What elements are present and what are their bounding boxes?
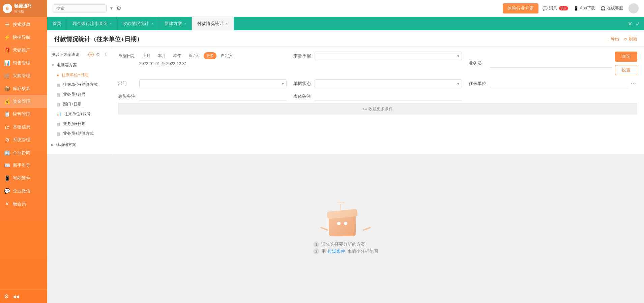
schema-group-desktop: ▼ 电脑端方案 ● 往来单位+日期 ▦ 往来单位+结算方式 ▦ 业务员+账号 <box>47 60 111 139</box>
schema-item-partner-account[interactable]: 📊 往来单位+账号 <box>47 109 111 119</box>
sidebar-item-label: 企业协同 <box>13 150 30 156</box>
tab-payment-close[interactable]: × <box>226 22 228 26</box>
sidebar-item-member[interactable]: V 畅会员 <box>0 198 47 210</box>
date-btn-custom[interactable]: 自定义 <box>218 52 236 60</box>
tab-home-label: 首页 <box>53 21 61 27</box>
sidebar-item-label: 营销推广 <box>13 47 30 53</box>
sidebar-item-marketing[interactable]: 🎁 营销推广 <box>0 44 47 57</box>
sidebar-item-label: 快捷导航 <box>13 34 30 40</box>
quick-nav-icon: ⚡ <box>4 34 10 40</box>
refresh-button[interactable]: ↺ 刷新 <box>623 36 637 42</box>
tab-bank-flow[interactable]: 现金银行流水查询 × <box>67 17 117 30</box>
tab-payment-stats-label: 付款情况统计 <box>197 21 224 27</box>
schema-item-label: 业务员+日期 <box>63 121 86 127</box>
date-filter-group: 单据日期 上月 本月 本年 近7天 更多 自定义 2022-01-0 <box>118 52 287 67</box>
member-icon: V <box>4 202 10 206</box>
settings-button[interactable]: 设置 <box>615 65 637 75</box>
sidebar-item-operation[interactable]: 📋 经营管理 <box>0 108 47 121</box>
tab-payment-stats[interactable]: 付款情况统计 × <box>192 17 233 30</box>
partner-input[interactable] <box>490 80 628 88</box>
schema-item-partner-date[interactable]: ● 往来单位+日期 <box>47 70 111 80</box>
sidebar-item-basic-info[interactable]: 🗂 基础信息 <box>0 121 47 133</box>
tab-new-plan-close[interactable]: × <box>184 22 186 26</box>
schema-group-mobile-title[interactable]: ▶ 移动端方案 <box>47 140 111 150</box>
app-download-button[interactable]: 📱 App下载 <box>574 5 595 11</box>
bill-status-select[interactable] <box>315 79 462 88</box>
tab-home[interactable]: 首页 <box>47 17 67 30</box>
user-avatar[interactable] <box>628 3 639 13</box>
partner-dots-icon[interactable]: ··· <box>631 81 637 87</box>
sidebar-item-system[interactable]: ⚙ 系统管理 <box>0 133 47 146</box>
tabbar: 首页 现金银行流水查询 × 收款情况统计 × 新建方案 × 付款情况统计 × ✕… <box>47 17 644 30</box>
header-note-label: 表头备注 <box>118 93 137 99</box>
tab-new-plan[interactable]: 新建方案 × <box>159 17 192 30</box>
app-logo-text: 畅捷通巧 标准版 <box>14 3 32 14</box>
filter-condition-link[interactable]: 过滤条件 <box>328 248 345 254</box>
schema-collapse-icon[interactable]: 《 <box>102 52 107 58</box>
step-1-num: 1 <box>313 241 319 247</box>
schema-header-label: 按以下方案查询 <box>51 52 80 58</box>
search-chevron-icon[interactable]: ▼ <box>109 6 114 11</box>
sidebar-item-hardware[interactable]: 📱 智能硬件 <box>0 172 47 185</box>
schema-actions: + ⚙ 《 <box>88 52 107 58</box>
search-input[interactable] <box>53 4 107 12</box>
schema-item-salesman-account[interactable]: ▦ 业务员+账号 <box>47 90 111 99</box>
sidebar-settings-icon[interactable]: ⚙ <box>4 293 9 300</box>
schema-add-icon[interactable]: + <box>88 52 94 57</box>
salesman-input[interactable] <box>490 59 612 68</box>
tab-receipt-close[interactable]: × <box>151 22 153 26</box>
content-area: 付款情况统计（往来单位+日期） ↑ 导出 ↺ 刷新 按以下方案查询 + <box>47 30 644 303</box>
schema-item-icon: ▦ <box>57 92 60 97</box>
header-note-input[interactable] <box>139 92 287 100</box>
hardware-icon: 📱 <box>4 175 10 181</box>
sidebar-item-sales[interactable]: 📊 销售管理 <box>0 57 47 69</box>
date-btn-this-month[interactable]: 本月 <box>155 52 169 60</box>
date-btn-last-month[interactable]: 上月 <box>139 52 153 60</box>
schema-item-salesman-date[interactable]: ▦ 业务员+日期 <box>47 119 111 129</box>
trial-button[interactable]: 体验行业方案 <box>503 3 538 13</box>
sidebar-item-enterprise[interactable]: 🏢 企业协同 <box>0 146 47 159</box>
online-service-button[interactable]: 🎧 在线客服 <box>601 5 623 11</box>
tab-expand-icon[interactable]: ⤢ <box>636 21 640 27</box>
tab-bank-flow-close[interactable]: × <box>110 22 112 26</box>
collapse-bar[interactable]: ∧∧ 收起更多条件 <box>118 103 637 115</box>
step-1-text: 请先选择要分析的方案 <box>321 241 365 247</box>
sidebar-collapse-icon[interactable]: ◀◀ <box>13 294 19 299</box>
online-service-label: 在线客服 <box>607 5 623 11</box>
salesman-filter-group: 业务员 查询 设置 <box>469 52 637 75</box>
dept-select[interactable] <box>139 79 287 88</box>
page-header-actions: ↑ 导出 ↺ 刷新 <box>607 36 638 42</box>
tab-receipt-stats[interactable]: 收款情况统计 × <box>117 17 159 30</box>
export-button[interactable]: ↑ 导出 <box>607 36 620 42</box>
sidebar-item-wechat[interactable]: 💬 企业微信 <box>0 185 47 198</box>
tab-close-all-icon[interactable]: ✕ <box>628 21 632 27</box>
enterprise-icon: 🏢 <box>4 150 10 156</box>
date-btn-more[interactable]: 更多 <box>204 52 216 59</box>
sidebar-item-finance[interactable]: 💰 资金管理 <box>0 95 47 108</box>
schema-item-icon: ▦ <box>57 131 60 136</box>
empty-arm-left <box>320 226 329 231</box>
sidebar-item-quick-nav[interactable]: ⚡ 快捷导航 <box>0 31 47 44</box>
sidebar-item-label: 销售管理 <box>13 60 30 66</box>
date-btn-7days[interactable]: 近7天 <box>186 52 202 60</box>
wechat-icon: 💬 <box>4 188 10 194</box>
date-btn-this-year[interactable]: 本年 <box>170 52 184 60</box>
schema-group-desktop-title[interactable]: ▼ 电脑端方案 <box>47 60 111 70</box>
sidebar-item-guide[interactable]: 📖 新手引导 <box>0 159 47 172</box>
schema-item-salesman-settlement[interactable]: ▦ 业务员+结算方式 <box>47 129 111 139</box>
sidebar-item-inventory[interactable]: 📦 库存核算 <box>0 82 47 95</box>
query-button[interactable]: 查询 <box>615 52 637 62</box>
sidebar-item-search-menu[interactable]: ☰ 搜索菜单 <box>0 18 47 31</box>
sidebar-item-label: 库存核算 <box>13 86 30 92</box>
sidebar-bottom: ⚙ ◀◀ <box>0 290 47 303</box>
topbar-gear-icon[interactable]: ⚙ <box>116 5 121 11</box>
schema-settings-icon[interactable]: ⚙ <box>96 52 100 57</box>
schema-item-label: 业务员+结算方式 <box>63 131 94 137</box>
sidebar-item-purchase[interactable]: 🛒 采购管理 <box>0 69 47 82</box>
schema-item-dept-date[interactable]: ▦ 部门+日期 <box>47 99 111 109</box>
schema-item-partner-settlement[interactable]: ▦ 往来单位+结算方式 <box>47 80 111 90</box>
source-select[interactable] <box>315 52 462 60</box>
message-button[interactable]: 💬 消息 99+ <box>543 5 568 11</box>
export-icon: ↑ <box>607 37 610 42</box>
body-note-input[interactable] <box>315 92 462 100</box>
